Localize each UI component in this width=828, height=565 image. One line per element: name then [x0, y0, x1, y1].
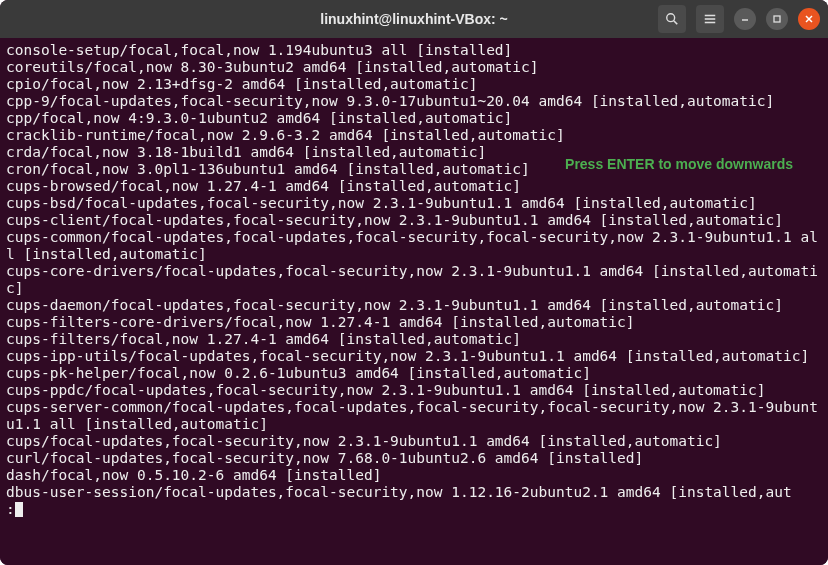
window-title: linuxhint@linuxhint-VBox: ~ — [320, 11, 507, 27]
maximize-button[interactable] — [766, 8, 788, 30]
search-icon — [665, 12, 679, 26]
annotation-overlay: Press ENTER to move downwards — [565, 156, 793, 173]
svg-point-0 — [667, 14, 675, 22]
terminal-lines: console-setup/focal,focal,now 1.194ubunt… — [6, 42, 818, 500]
close-button[interactable] — [798, 8, 820, 30]
search-button[interactable] — [658, 5, 686, 33]
terminal-window: linuxhint@linuxhint-VBox: ~ Press ENTER … — [0, 0, 828, 565]
maximize-icon — [772, 14, 782, 24]
minimize-icon — [740, 14, 750, 24]
svg-line-1 — [674, 21, 678, 25]
menu-button[interactable] — [696, 5, 724, 33]
cursor — [15, 502, 23, 517]
hamburger-icon — [703, 12, 717, 26]
svg-rect-6 — [774, 16, 780, 22]
titlebar: linuxhint@linuxhint-VBox: ~ — [0, 0, 828, 38]
terminal-output[interactable]: Press ENTER to move downwardsconsole-set… — [0, 38, 828, 565]
minimize-button[interactable] — [734, 8, 756, 30]
close-icon — [804, 14, 814, 24]
titlebar-buttons — [658, 5, 820, 33]
pager-prompt: : — [6, 501, 15, 517]
